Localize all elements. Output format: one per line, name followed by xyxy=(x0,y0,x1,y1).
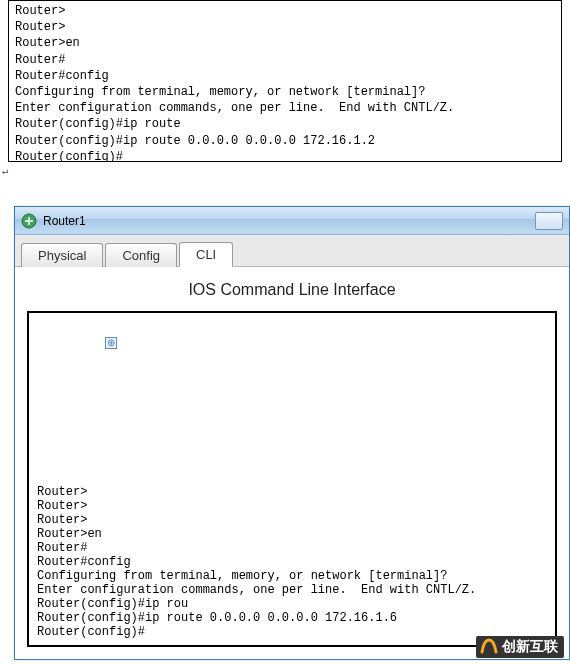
anchor-glyph: ⊕ xyxy=(107,338,115,348)
tab-strip: Physical Config CLI xyxy=(15,235,569,267)
terminal-line: Router# xyxy=(37,541,547,555)
cli-terminal-box[interactable]: ⊕ Router> Router> Router> Router>en Rout… xyxy=(27,311,557,647)
terminal-line: Enter configuration commands, one per li… xyxy=(15,100,555,116)
terminal-line: Router>en xyxy=(37,527,547,541)
terminal-line: Router#config xyxy=(37,555,547,569)
terminal-line: Enter configuration commands, one per li… xyxy=(37,583,547,597)
terminal-line: Router(config)#ip route 0.0.0.0 0.0.0.0 … xyxy=(37,611,547,625)
router-window: Router1 Physical Config CLI IOS Command … xyxy=(14,206,570,660)
watermark-text: 创新互联 xyxy=(502,638,558,654)
tab-cli[interactable]: CLI xyxy=(179,242,233,267)
terminal-line: Router#config xyxy=(15,68,555,84)
tab-physical[interactable]: Physical xyxy=(21,243,103,267)
watermark-badge: 创新互联 xyxy=(476,636,564,658)
terminal-line: Router> xyxy=(37,499,547,513)
router-app-icon xyxy=(21,213,37,229)
tab-label: Physical xyxy=(38,248,86,263)
terminal-line: Router> xyxy=(15,19,555,35)
terminal-line: Router# xyxy=(15,52,555,68)
watermark-icon xyxy=(480,638,498,654)
anchor-icon[interactable]: ⊕ xyxy=(105,337,117,349)
terminal-line: Configuring from terminal, memory, or ne… xyxy=(15,84,555,100)
window-titlebar[interactable]: Router1 xyxy=(15,207,569,235)
terminal-line: Router(config)#ip rou xyxy=(37,597,547,611)
tab-content: IOS Command Line Interface ⊕ Router> Rou… xyxy=(15,267,569,659)
terminal-line: Configuring from terminal, memory, or ne… xyxy=(37,569,547,583)
terminal-line: Router> xyxy=(15,3,555,19)
window-title: Router1 xyxy=(43,214,86,228)
terminal-line: Router> xyxy=(37,513,547,527)
cli-output: Router> Router> Router> Router>en Router… xyxy=(37,485,547,639)
carriage-return-mark: ↵ xyxy=(2,164,570,177)
terminal-line: Router(config)#ip route xyxy=(15,116,555,132)
tab-label: CLI xyxy=(196,247,216,262)
top-terminal-box: Router> Router> Router>en Router# Router… xyxy=(8,0,562,162)
terminal-line: Router>en xyxy=(15,35,555,51)
cli-heading: IOS Command Line Interface xyxy=(27,281,557,299)
tab-label: Config xyxy=(122,248,160,263)
terminal-line: Router(config)#ip route 0.0.0.0 0.0.0.0 … xyxy=(15,133,555,149)
minimize-button[interactable] xyxy=(535,212,563,230)
terminal-line: Router(config)# xyxy=(37,625,547,639)
terminal-line: Router> xyxy=(37,485,547,499)
tab-config[interactable]: Config xyxy=(105,243,177,267)
terminal-line: Router(config)# xyxy=(15,149,555,162)
